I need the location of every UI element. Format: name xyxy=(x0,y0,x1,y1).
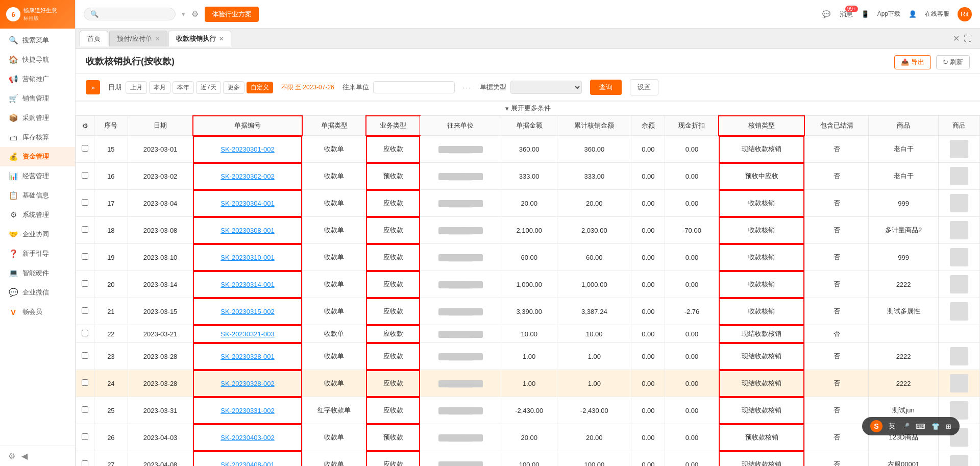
cell-checkbox[interactable] xyxy=(76,244,94,271)
floating-grid-icon[interactable]: ⊞ xyxy=(946,423,951,430)
cell-cash-discount: 0.00 xyxy=(665,397,719,424)
cell-cash-discount: 0.00 xyxy=(665,190,719,217)
sidebar-settings-icon[interactable]: ⚙ xyxy=(8,451,15,461)
hardware-icon: 💻 xyxy=(8,268,18,278)
cell-biz-type: 应收款 xyxy=(366,370,420,397)
logo-sub: 标推版 xyxy=(23,15,57,22)
cell-cancel-type: 现结收款核销 xyxy=(719,397,804,424)
filter-settings-button[interactable]: 设置 xyxy=(630,79,658,95)
floating-mic-icon[interactable]: 🎤 xyxy=(901,423,910,430)
cell-doc-no[interactable]: SK-20230328-001 xyxy=(193,343,302,370)
sidebar-item-hardware[interactable]: 💻 智能硬件 xyxy=(0,263,75,283)
cell-cash-discount: -2.76 xyxy=(665,298,719,325)
topbar-search[interactable]: 🔍 xyxy=(84,8,176,20)
cell-balance: 0.00 xyxy=(631,424,665,451)
sidebar-item-basic[interactable]: 📋 基础信息 xyxy=(0,186,75,205)
cell-doc-no[interactable]: SK-20230328-002 xyxy=(193,370,302,397)
cell-balance: 0.00 xyxy=(631,271,665,298)
cell-doc-no[interactable]: SK-20230321-003 xyxy=(193,325,302,343)
th-doc-type: 单据类型 xyxy=(302,116,366,136)
notification-area[interactable]: 💬 99+ 消息 xyxy=(822,10,853,19)
cell-partner: ██████ xyxy=(420,397,501,424)
th-gear[interactable]: ⚙ xyxy=(76,116,94,136)
cell-doc-no[interactable]: SK-20230310-001 xyxy=(193,244,302,271)
sidebar-item-nav[interactable]: 🏠 快捷导航 xyxy=(0,50,75,69)
cell-checkbox[interactable] xyxy=(76,271,94,298)
doctype-select[interactable] xyxy=(510,81,582,94)
cell-doc-no[interactable]: SK-20230304-001 xyxy=(193,190,302,217)
sidebar-item-wechat[interactable]: 💬 企业微信 xyxy=(0,283,75,302)
sidebar-item-purchase[interactable]: 📦 采购管理 xyxy=(0,108,75,128)
cell-doc-no[interactable]: SK-20230302-002 xyxy=(193,163,302,190)
cell-doc-no[interactable]: SK-20230403-002 xyxy=(193,424,302,451)
sidebar-item-inventory[interactable]: 🗃 库存核算 xyxy=(0,128,75,147)
online-service-link[interactable]: 在线客服 xyxy=(925,10,949,18)
date-btn-this-month[interactable]: 本月 xyxy=(149,81,170,94)
sidebar-item-guide[interactable]: ❓ 新手引导 xyxy=(0,244,75,263)
date-btn-more[interactable]: 更多 xyxy=(223,81,244,94)
cell-doc-no[interactable]: SK-20230301-002 xyxy=(193,136,302,163)
partner-input[interactable] xyxy=(373,81,455,93)
topbar-search-icon: 🔍 xyxy=(90,10,99,18)
sidebar-item-sales[interactable]: 🛒 销售管理 xyxy=(0,89,75,108)
tab-collection[interactable]: 收款核销执行 ✕ xyxy=(168,31,231,46)
cell-goods: 999 xyxy=(869,190,938,217)
sidebar-item-finance[interactable]: 💰 资金管理 xyxy=(0,147,75,166)
query-button[interactable]: 查询 xyxy=(590,80,622,95)
cell-checkbox[interactable] xyxy=(76,325,94,343)
user-avatar[interactable]: Rit xyxy=(958,7,972,21)
tab-home[interactable]: 首页 xyxy=(80,31,108,46)
tab-collection-label: 收款核销执行 xyxy=(176,34,216,43)
cell-checkbox[interactable] xyxy=(76,370,94,397)
cell-checkbox[interactable] xyxy=(76,217,94,244)
finance-icon: 💰 xyxy=(8,152,18,161)
cell-doc-no[interactable]: SK-20230408-001 xyxy=(193,451,302,467)
date-btn-7days[interactable]: 近7天 xyxy=(196,81,221,94)
th-cash-discount: 现金折扣 xyxy=(665,116,719,136)
sidebar-item-operations[interactable]: 📊 经营管理 xyxy=(0,166,75,186)
sidebar-item-system[interactable]: ⚙ 系统管理 xyxy=(0,205,75,225)
window-close-icon[interactable]: ✕ xyxy=(953,34,960,43)
solution-button[interactable]: 体验行业方案 xyxy=(205,7,259,22)
cell-checkbox[interactable] xyxy=(76,298,94,325)
cell-checkbox[interactable] xyxy=(76,343,94,370)
cell-doc-no[interactable]: SK-20230308-001 xyxy=(193,217,302,244)
cell-doc-no[interactable]: SK-20230315-002 xyxy=(193,298,302,325)
date-btn-last-month[interactable]: 上月 xyxy=(126,81,147,94)
cell-checkbox[interactable] xyxy=(76,397,94,424)
topbar-gear-icon[interactable]: ⚙ xyxy=(191,9,199,19)
table-row: 21 2023-03-15 SK-20230315-002 收款单 应收款 ██… xyxy=(76,298,980,325)
cell-biz-type: 预收款 xyxy=(366,163,420,190)
floating-shirt-icon[interactable]: 👕 xyxy=(932,423,940,430)
sidebar-item-search[interactable]: 🔍 搜索菜单 xyxy=(0,31,75,50)
floating-input-icon[interactable]: 英 xyxy=(889,422,895,431)
tab-payable[interactable]: 预付/应付单 ✕ xyxy=(109,31,167,46)
cell-checkbox[interactable] xyxy=(76,190,94,217)
cell-checkbox[interactable] xyxy=(76,163,94,190)
date-custom-btn[interactable]: 自定义 xyxy=(247,82,273,93)
export-button[interactable]: 📤 导出 xyxy=(894,55,930,69)
date-btn-this-year[interactable]: 本年 xyxy=(173,81,194,94)
refresh-button[interactable]: ↻ 刷新 xyxy=(936,55,970,69)
cell-date: 2023-03-28 xyxy=(128,370,193,397)
tab-payable-close-icon[interactable]: ✕ xyxy=(155,36,160,42)
cell-checkbox[interactable] xyxy=(76,451,94,467)
cell-partner: ██████ xyxy=(420,217,501,244)
sidebar-item-enterprise[interactable]: 🤝 企业协同 xyxy=(0,225,75,244)
sidebar-item-marketing[interactable]: 📢 营销推广 xyxy=(0,69,75,89)
window-expand-icon[interactable]: ⛶ xyxy=(964,34,972,43)
filter-toggle-button[interactable]: » xyxy=(86,80,100,94)
app-download-link[interactable]: App下载 xyxy=(877,10,900,18)
cell-checkbox[interactable] xyxy=(76,136,94,163)
sidebar-collapse-icon[interactable]: ◀ xyxy=(21,451,28,461)
table-row: 26 2023-04-03 SK-20230403-002 收款单 预收款 ██… xyxy=(76,424,980,451)
cell-date: 2023-03-28 xyxy=(128,343,193,370)
cell-checkbox[interactable] xyxy=(76,424,94,451)
tab-collection-close-icon[interactable]: ✕ xyxy=(219,36,224,42)
table-row: 19 2023-03-10 SK-20230310-001 收款单 应收款 ██… xyxy=(76,244,980,271)
filter-expand-button[interactable]: ▾ 展开更多条件 xyxy=(76,101,980,115)
sidebar-item-member[interactable]: V 畅会员 xyxy=(0,302,75,322)
cell-doc-no[interactable]: SK-20230331-002 xyxy=(193,397,302,424)
cell-doc-no[interactable]: SK-20230314-001 xyxy=(193,271,302,298)
floating-keyboard-icon[interactable]: ⌨ xyxy=(916,423,925,430)
